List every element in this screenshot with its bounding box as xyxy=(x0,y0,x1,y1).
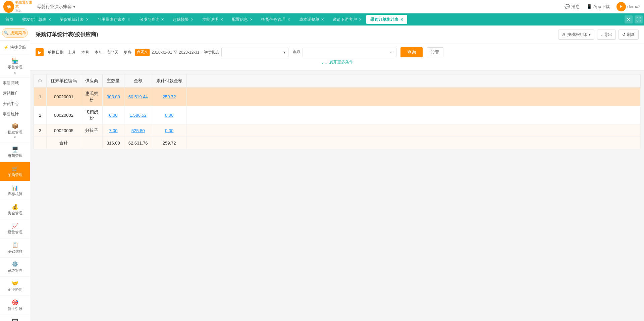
tab-goods-summary[interactable]: 要货单统计表 × xyxy=(56,15,93,24)
retail-icon: 🏪 xyxy=(12,58,18,64)
tab-goods-summary-close[interactable]: × xyxy=(86,17,89,22)
settings-btn[interactable]: 设置 xyxy=(427,47,443,57)
tab-cost-close[interactable]: × xyxy=(321,17,324,22)
nav-maximize-btn[interactable]: ⛶ xyxy=(635,15,643,23)
amount-link[interactable]: 60,519.44 xyxy=(128,94,148,99)
industry-selector[interactable]: 母婴行业演示账套 ▾ xyxy=(37,4,77,10)
print-btn[interactable]: 🖨 按模板打印 ▾ xyxy=(558,30,594,40)
expand-more-btn[interactable]: ⌄⌄ 展开更多条件 xyxy=(321,59,353,65)
tab-guide[interactable]: 功能说明 × xyxy=(198,15,227,24)
print-label: 按模板打印 xyxy=(567,32,587,38)
settings-gear-icon[interactable]: ⚙ xyxy=(38,78,42,84)
qty-link[interactable]: 7.00 xyxy=(109,128,117,133)
message-icon: 💬 xyxy=(565,4,570,9)
row-amount: 525.80 xyxy=(124,124,152,137)
sidebar-item-system[interactable]: ⚙️ 系统管理 xyxy=(0,258,30,277)
sidebar-item-finance[interactable]: 💰 资金管理 xyxy=(0,200,30,219)
tab-receive-close[interactable]: × xyxy=(48,17,51,22)
refresh-label: 刷新 xyxy=(627,32,635,38)
paid-link[interactable]: 259.72 xyxy=(163,94,176,99)
sidebar-item-retail[interactable]: 🏪 零售管理 ▲ xyxy=(0,54,30,78)
tab-home[interactable]: 首页 xyxy=(1,15,17,24)
tab-inventory[interactable]: 可用量库存账本 × xyxy=(93,15,134,24)
logo-text: 畅捷通好生意 xyxy=(15,0,34,8)
tab-config[interactable]: 配置信息 × xyxy=(228,15,257,24)
shortcut-this-month[interactable]: 本月 xyxy=(79,49,91,56)
tab-purchase-summary[interactable]: 采购订单统计表 × xyxy=(366,15,407,24)
qty-link[interactable]: 6.00 xyxy=(109,113,117,118)
user-menu[interactable]: E demo2 xyxy=(616,2,641,11)
shortcut-7days[interactable]: 近7天 xyxy=(106,49,120,56)
status-select[interactable]: ▾ xyxy=(221,48,288,57)
tab-warranty-close[interactable]: × xyxy=(161,17,164,22)
footer-extra xyxy=(186,137,640,149)
tab-pick-label: 拣货任务管理 xyxy=(261,17,285,22)
refresh-btn[interactable]: ↺ 刷新 xyxy=(619,30,639,40)
tab-purchase-summary-close[interactable]: × xyxy=(400,17,403,22)
tab-config-close[interactable]: × xyxy=(250,17,253,22)
sidebar-search-section: 🔍 搜索菜单 xyxy=(0,25,30,41)
paid-link[interactable]: 0.00 xyxy=(165,113,173,118)
nav-close-btn[interactable]: ✕ xyxy=(625,15,633,23)
page-title: 采购订单统计表(按供应商) xyxy=(36,31,98,42)
query-btn[interactable]: 查询 xyxy=(400,47,423,57)
sidebar-item-basic[interactable]: 📋 基础信息 xyxy=(0,238,30,258)
sidebar: 🔍 搜索菜单 ⚡ 快捷导航 🏪 零售管理 ▲ 零售商城 营销推广 会员中心 零售… xyxy=(0,25,30,321)
sidebar-item-newbie[interactable]: 🎯 新手引导 xyxy=(0,296,30,315)
table-row[interactable]: 2 00020002 飞鹤奶粉 6.00 1,586.52 0.00 xyxy=(34,106,641,124)
table-row[interactable]: 1 00020001 惠氏奶粉 303.00 60,519.44 259.72 xyxy=(34,88,641,106)
sidebar-item-retail-stats[interactable]: 零售统计 xyxy=(0,109,30,119)
shortcut-nav-btn[interactable]: ⚡ 快捷导航 xyxy=(2,43,28,52)
tab-invite-close[interactable]: × xyxy=(359,17,362,22)
tab-warranty-label: 保质期查询 xyxy=(139,17,159,22)
sidebar-item-purchase[interactable]: 🛒 采购管理 xyxy=(0,162,30,181)
app-download-btn[interactable]: 📱 App下载 xyxy=(587,4,610,10)
table-row[interactable]: 3 00020005 好孩子 7.00 525.80 0.00 xyxy=(34,124,641,137)
shortcut-last-month[interactable]: 上月 xyxy=(66,49,78,56)
tab-invite[interactable]: 邀请下游客户 × xyxy=(329,15,366,24)
wholesale-arrow: ▼ xyxy=(13,136,17,139)
shortcut-this-year[interactable]: 本年 xyxy=(93,49,105,56)
footer-qty: 316.00 xyxy=(103,137,124,149)
tab-cost[interactable]: 成本调整单 × xyxy=(295,15,328,24)
amount-link[interactable]: 1,586.52 xyxy=(129,113,147,118)
tab-inventory-close[interactable]: × xyxy=(127,17,130,22)
message-btn[interactable]: 💬 消息 xyxy=(565,4,580,10)
sidebar-item-inventory-check[interactable]: 📊 库存核算 xyxy=(0,181,30,200)
finance-label: 资金管理 xyxy=(8,211,22,216)
tab-pick-close[interactable]: × xyxy=(287,17,290,22)
qty-link[interactable]: 303.00 xyxy=(107,94,120,99)
shortcut-icon: ⚡ xyxy=(4,45,9,50)
sidebar-item-ecommerce[interactable]: 🖥️ 电商管理 xyxy=(0,143,30,162)
sidebar-item-wholesale[interactable]: 📦 批发管理 ▼ xyxy=(0,119,30,143)
status-select-arrow: ▾ xyxy=(283,50,285,55)
sidebar-item-operations[interactable]: 📈 经营管理 xyxy=(0,219,30,238)
tab-guide-close[interactable]: × xyxy=(220,17,223,22)
goods-input[interactable]: ··· xyxy=(303,48,396,57)
expand-more-label: 展开更多条件 xyxy=(329,59,353,65)
tab-guide-label: 功能说明 xyxy=(202,17,218,22)
row-code: 00020005 xyxy=(47,124,81,137)
amount-link[interactable]: 525.80 xyxy=(131,128,145,133)
search-menu-label: 搜索菜单 xyxy=(10,30,26,36)
table-footer: 合计 316.00 62,631.76 259.72 xyxy=(34,137,641,149)
custom-badge: 自定义 xyxy=(135,49,150,56)
sidebar-item-member[interactable]: 会员中心 xyxy=(0,99,30,109)
export-btn[interactable]: ↓ 导出 xyxy=(597,30,616,40)
sidebar-item-marketing[interactable]: 营销推广 xyxy=(0,88,30,99)
tab-warranty[interactable]: 保质期查询 × xyxy=(135,15,168,24)
paid-link[interactable]: 0.00 xyxy=(165,128,173,133)
search-menu-btn[interactable]: 🔍 搜索菜单 xyxy=(2,28,28,38)
goods-filter: 商品 ··· xyxy=(292,48,396,57)
tab-overstock-close[interactable]: × xyxy=(191,17,194,22)
tab-pick[interactable]: 拣货任务管理 × xyxy=(257,15,294,24)
shortcut-more[interactable]: 更多 xyxy=(122,49,134,56)
sidebar-item-enterprise[interactable]: 🤝 企业协同 xyxy=(0,277,30,296)
tab-overstock[interactable]: 超储预警 × xyxy=(169,15,198,24)
sidebar-item-appstore[interactable]: 🔲 应用中心 xyxy=(0,315,30,321)
tab-receive[interactable]: 收发存汇总表 × xyxy=(18,15,55,24)
sidebar-item-retail-mall[interactable]: 零售商城 xyxy=(0,78,30,88)
filter-expand-toggle[interactable]: ▶ xyxy=(36,48,44,56)
download-icon: 📱 xyxy=(587,4,592,9)
date-separator: 至 xyxy=(173,50,177,55)
